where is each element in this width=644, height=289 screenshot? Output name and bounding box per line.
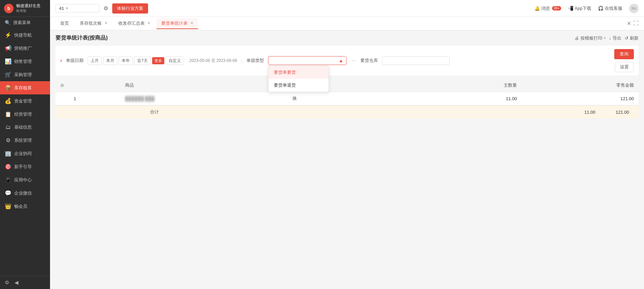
app-download-button[interactable]: 📲 App下载 — [568, 5, 591, 12]
sidebar-bottom: ⚙ ◀ — [0, 276, 50, 289]
sidebar-item-label: 系统管理 — [14, 137, 32, 143]
date-btn-last-month[interactable]: 上月 — [88, 57, 102, 65]
sidebar-item-purchase[interactable]: 🛒 采购管理 — [0, 68, 50, 81]
tab-recv-summary[interactable]: 收发存汇总表 ✕ — [114, 18, 155, 29]
query-button[interactable]: 查询 — [614, 49, 634, 59]
sidebar-item-label: 企业协同 — [14, 151, 32, 157]
print-label: 按模板打印 — [580, 35, 602, 41]
filter-right-actions: 查询 设置 — [614, 49, 634, 72]
tab-home[interactable]: 首页 — [55, 18, 74, 29]
sidebar-item-basic[interactable]: 🗂 基础信息 — [0, 121, 50, 134]
service-icon: 🎧 — [598, 6, 603, 11]
marketing-icon: 📢 — [5, 45, 11, 51]
sidebar-item-label: 应用中心 — [14, 177, 32, 183]
gear-button[interactable]: ⚙ — [103, 5, 108, 12]
sidebar: b 畅捷通好生意 标准版 🔍 搜索菜单 ⚡ 快捷导航 📢 营销推广 📊 销售管理… — [0, 0, 50, 289]
finance-icon: 💰 — [5, 98, 11, 104]
refresh-icon: ↺ — [625, 36, 628, 41]
sidebar-item-label: 资金管理 — [14, 98, 32, 104]
date-range-display: 2023-05-06 至 2023-06-06 — [189, 58, 237, 64]
chevron-up-icon[interactable]: ▲ — [336, 57, 346, 65]
type-select[interactable]: ▲ — [268, 56, 347, 65]
date-btn-more[interactable]: 更多 — [152, 57, 164, 64]
tab-stock-batch[interactable]: 库存批次账 ✕ — [75, 18, 112, 29]
col-settings-cell — [55, 92, 69, 105]
tab-order-summary[interactable]: 要货单统计表 ✕ — [157, 18, 198, 29]
sidebar-item-marketing[interactable]: 📢 营销推广 — [0, 42, 50, 55]
sidebar-item-label: 库存核算 — [14, 85, 32, 91]
tenant-selector[interactable]: 41 ▾ — [55, 4, 99, 13]
column-settings-icon[interactable]: ⚙ — [60, 83, 64, 88]
sidebar-item-system[interactable]: ⚙ 系统管理 — [0, 134, 50, 147]
trial-button[interactable]: 体验行业方案 — [112, 3, 148, 14]
wechat-icon: 💬 — [5, 190, 11, 196]
system-icon: ⚙ — [5, 137, 11, 143]
date-btn-7days[interactable]: 近7天 — [134, 57, 151, 65]
export-icon: ↓ — [609, 36, 612, 41]
enterprise-icon: 🏢 — [5, 150, 11, 157]
col-amount-header: 零售金额 — [522, 79, 639, 92]
warehouse-filter-label: 要货仓库 — [360, 58, 378, 64]
sidebar-item-vip[interactable]: 👑 畅会员 — [0, 200, 50, 213]
dropdown-item-label: 要货单要货 — [274, 70, 296, 75]
sidebar-item-inventory[interactable]: 📦 库存核算 — [0, 81, 50, 94]
sidebar-item-sales[interactable]: 📊 销售管理 — [0, 55, 50, 68]
sidebar-item-quick-nav[interactable]: ⚡ 快捷导航 — [0, 28, 50, 42]
top-header: 41 ▾ ⚙ 体验行业方案 🔔 消息 99+ 📲 App下载 🎧 在线客服 Ri… — [50, 0, 644, 17]
warehouse-input[interactable] — [382, 57, 450, 65]
print-icon: 🖨 — [575, 36, 579, 41]
sidebar-item-label: 新手引导 — [14, 164, 32, 170]
sidebar-item-finance[interactable]: 💰 资金管理 — [0, 94, 50, 108]
settings-button[interactable]: 设置 — [615, 62, 634, 72]
table-footer: 合计 11.00 121.00 — [55, 105, 639, 118]
newbie-icon: 🎯 — [5, 163, 11, 170]
tenant-name: 41 — [59, 6, 64, 11]
settings-icon[interactable]: ⚙ — [5, 280, 9, 286]
dropdown-item-order-return[interactable]: 要货单退货 — [268, 79, 329, 92]
user-avatar[interactable]: Rit — [629, 4, 639, 13]
app-logo: b 畅捷通好生意 标准版 — [0, 0, 50, 17]
bell-icon: 🔔 — [534, 6, 540, 11]
collapse-icon[interactable]: ◀ — [15, 280, 19, 286]
messages-badge: 99+ — [552, 6, 561, 10]
sidebar-item-newbie[interactable]: 🎯 新手引导 — [0, 160, 50, 173]
main-area: 41 ▾ ⚙ 体验行业方案 🔔 消息 99+ 📲 App下载 🎧 在线客服 Ri… — [50, 0, 644, 289]
sidebar-item-enterprise[interactable]: 🏢 企业协同 — [0, 147, 50, 160]
col-seq-header — [69, 79, 120, 92]
app-subtitle: 标准版 — [16, 8, 41, 13]
messages-button[interactable]: 🔔 消息 99+ — [534, 5, 561, 12]
tab-expand-icon[interactable]: ⛶ — [633, 20, 639, 27]
dropdown-item-order-goods[interactable]: 要货单要货 — [268, 66, 329, 79]
print-button[interactable]: 🖨 按模板打印 ▾ — [575, 35, 606, 41]
refresh-button[interactable]: ↺ 刷新 — [625, 35, 639, 41]
date-btn-custom[interactable]: 自定义 — [166, 57, 184, 65]
operation-icon: 📋 — [5, 111, 11, 117]
sidebar-item-wechat[interactable]: 💬 企业微信 — [0, 186, 50, 200]
filter-toggle-button[interactable]: › — [60, 58, 62, 64]
search-icon: 🔍 — [5, 20, 10, 25]
tab-close-all-icon[interactable]: ✕ — [627, 20, 631, 27]
type-select-input[interactable] — [268, 57, 336, 65]
tab-order-summary-close[interactable]: ✕ — [190, 21, 193, 25]
date-btn-this-month[interactable]: 本月 — [103, 57, 117, 65]
sidebar-item-label: 企业微信 — [14, 190, 32, 196]
col-settings: ⚙ — [55, 79, 69, 92]
col-unit-cell: 块 — [288, 92, 424, 105]
type-select-wrap: ▲ 要货单要货 要货单退货 — [268, 56, 347, 65]
date-btn-this-year[interactable]: 本年 — [119, 57, 133, 65]
sidebar-item-appstore[interactable]: 📱 应用中心 — [0, 173, 50, 186]
chevron-down-icon: ▾ — [604, 36, 606, 40]
dropdown-item-label: 要货单退货 — [274, 83, 296, 88]
sidebar-nav: ⚡ 快捷导航 📢 营销推广 📊 销售管理 🛒 采购管理 📦 库存核算 💰 资金管… — [0, 28, 50, 276]
search-menu[interactable]: 🔍 搜索菜单 — [0, 17, 50, 28]
more-options-icon[interactable]: ··· — [352, 58, 356, 64]
chevron-down-icon: ▾ — [66, 6, 68, 10]
sidebar-item-operation[interactable]: 📋 经营管理 — [0, 108, 50, 121]
sidebar-item-label: 畅会员 — [14, 203, 27, 209]
online-service-button[interactable]: 🎧 在线客服 — [598, 5, 622, 12]
export-label: 导出 — [613, 35, 621, 41]
tab-stock-batch-close[interactable]: ✕ — [104, 21, 108, 25]
tab-recv-summary-close[interactable]: ✕ — [147, 21, 150, 25]
data-table: ⚙ 商品 主计量单位 主数量 零售金额 1 ██████ ███ — [55, 79, 639, 118]
export-button[interactable]: ↓ 导出 — [609, 35, 622, 41]
